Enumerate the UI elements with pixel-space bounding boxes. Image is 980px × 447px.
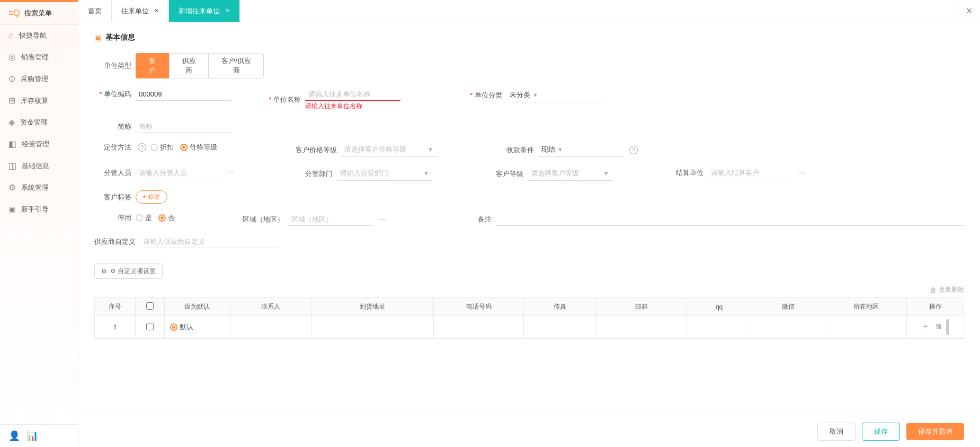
remarks-cell: 备注 — [455, 213, 964, 226]
section-title: ▣ 基本信息 — [94, 33, 964, 42]
pricing-discount-label: 折扣 — [160, 143, 174, 152]
row-fax-input[interactable] — [529, 323, 592, 331]
chart-icon[interactable]: 📊 — [26, 430, 38, 442]
department-select[interactable]: 请输入分管部门 ▼ — [337, 166, 432, 181]
pricing-level-radio[interactable]: 价格等级 — [180, 143, 217, 152]
col-qq: qq — [687, 298, 752, 316]
settlement-unit-input[interactable] — [708, 166, 792, 179]
row-qq[interactable] — [687, 316, 752, 339]
operations-icon: ◧ — [8, 139, 16, 149]
payment-terms-select[interactable]: 现结 ▼ — [538, 143, 623, 157]
customer-price-placeholder: 请选择客户价格等级 — [344, 145, 425, 154]
sidebar-item-label: 采购管理 — [21, 74, 48, 84]
row-wechat-input[interactable] — [758, 323, 820, 331]
save-button[interactable]: 保存 — [862, 423, 900, 441]
row-fax[interactable] — [523, 316, 597, 339]
pricing-method-cell: 定价方法 ? 折扣 价格等级 — [94, 143, 296, 152]
supplier-custom-label: 供应商自定义 — [94, 237, 136, 247]
payment-terms-help-icon[interactable]: ? — [629, 146, 638, 154]
tab-contacts[interactable]: 往来单位 ✕ — [112, 0, 169, 22]
pricing-help-icon[interactable]: ? — [138, 143, 146, 152]
row-checkbox-cell — [135, 316, 164, 339]
sidebar-item-sales[interactable]: ◎ 销售管理 — [0, 46, 78, 68]
sidebar-item-purchase[interactable]: ⊙ 采购管理 — [0, 68, 78, 90]
tab-new-contact[interactable]: 新增往来单位 ✕ — [169, 0, 240, 22]
system-icon: ⚙ — [8, 182, 16, 192]
pricing-radio-group: 折扣 价格等级 — [150, 143, 217, 152]
row-contact-input[interactable] — [236, 323, 306, 331]
tab-contacts-close[interactable]: ✕ — [154, 7, 159, 14]
row-checkbox[interactable] — [146, 323, 154, 330]
sidebar-item-finance[interactable]: ◈ 资金管理 — [0, 111, 78, 133]
col-region: 所在地区 — [825, 298, 907, 316]
tab-new-contact-close[interactable]: ✕ — [225, 7, 230, 14]
manager-input[interactable] — [136, 166, 220, 179]
row-delete-button[interactable]: 🗑 — [935, 322, 942, 330]
tab-home[interactable]: 首页 — [78, 0, 112, 22]
row-phone[interactable] — [434, 316, 523, 339]
short-name-row: 简称 — [94, 120, 964, 133]
tab-bar: 首页 往来单位 ✕ 新增往来单位 ✕ ✕ — [78, 0, 980, 22]
unit-code-label: 单位编码 — [94, 90, 131, 99]
sidebar-item-inventory[interactable]: ⊞ 库存核算 — [0, 90, 78, 111]
home-icon: ⌂ — [8, 31, 14, 40]
unit-code-input[interactable] — [136, 88, 231, 101]
customer-level-select[interactable]: 请选择客户等级 ▼ — [528, 166, 612, 181]
row-region[interactable] — [825, 316, 907, 339]
row-address[interactable] — [311, 316, 434, 339]
unit-category-select[interactable]: 未分类 ▼ — [506, 88, 602, 102]
disabled-cell: 停用 是 否 — [94, 213, 243, 223]
row-add-button[interactable]: ＋ — [921, 321, 930, 330]
col-phone: 电话号码 — [434, 298, 523, 316]
customer-level-cell: 客户等级 请选择客户等级 ▼ — [486, 166, 666, 181]
row-address-input[interactable] — [317, 323, 428, 331]
batch-delete-button[interactable]: 🗑 批量删除 — [930, 285, 964, 294]
window-close-button[interactable]: ✕ — [958, 0, 980, 22]
batch-delete-row: 🗑 批量删除 — [94, 285, 964, 294]
add-tag-button[interactable]: + 标签 — [136, 190, 167, 204]
sidebar-item-operations[interactable]: ◧ 经营管理 — [0, 133, 78, 155]
remarks-input[interactable] — [496, 213, 964, 226]
sidebar-search[interactable]: ≡Q 搜索菜单 — [0, 2, 78, 25]
user-icon[interactable]: 👤 — [8, 430, 20, 442]
main-area: 首页 往来单位 ✕ 新增往来单位 ✕ ✕ ▣ 基本信息 单位类型 客户 供应商 — [78, 0, 980, 447]
unit-name-input[interactable] — [305, 88, 400, 101]
cancel-button[interactable]: 取消 — [817, 423, 856, 441]
disabled-no-radio[interactable]: 否 — [158, 213, 175, 223]
settlement-unit-cell: 结算单位 ··· — [666, 166, 964, 179]
unit-type-supplier-btn[interactable]: 供应商 — [169, 53, 209, 78]
row-wechat[interactable] — [752, 316, 825, 339]
sidebar-bottom: 👤 📊 — [0, 424, 78, 447]
save-new-button[interactable]: 保存并新增 — [906, 423, 964, 440]
row-qq-input[interactable] — [692, 323, 746, 331]
unit-type-customer-btn[interactable]: 客户 — [136, 53, 169, 78]
region-more-btn[interactable]: ··· — [377, 215, 388, 224]
disabled-yes-radio[interactable]: 是 — [136, 213, 152, 223]
settlement-more-btn[interactable]: ··· — [797, 168, 808, 178]
row-default-label: 默认 — [180, 322, 193, 332]
sidebar-item-guide[interactable]: ◉ 新手引导 — [0, 198, 78, 220]
short-name-input[interactable] — [136, 120, 231, 133]
table-row: 1 默认 — [95, 316, 964, 339]
row-phone-input[interactable] — [439, 323, 518, 331]
row-region-input[interactable] — [831, 323, 901, 331]
manager-more-btn[interactable]: ··· — [225, 168, 236, 178]
unit-name-wrapper: 请输入往来单位名称 — [305, 88, 465, 111]
row-drag-handle[interactable] — [946, 319, 949, 335]
pricing-discount-radio[interactable]: 折扣 — [150, 143, 174, 152]
sidebar-item-quick-nav[interactable]: ⌂ 快捷导航 — [0, 25, 78, 46]
customer-price-select[interactable]: 请选择客户价格等级 ▼ — [341, 143, 436, 157]
unit-type-both-btn[interactable]: 客户/供应商 — [209, 53, 264, 78]
custom-settings-button[interactable]: ⚙ ⚙ 自定义项设置 — [94, 264, 163, 279]
row-email[interactable] — [597, 316, 687, 339]
sidebar-item-system[interactable]: ⚙ 系统管理 — [0, 177, 78, 198]
search-label: 搜索菜单 — [24, 8, 52, 18]
customer-price-cell: 客户价格等级 请选择客户价格等级 ▼ — [296, 143, 497, 157]
region-input[interactable] — [288, 213, 373, 226]
row-default-radio[interactable]: 默认 — [170, 322, 224, 332]
select-all-checkbox[interactable] — [146, 302, 154, 310]
supplier-custom-input[interactable] — [140, 235, 278, 248]
row-email-input[interactable] — [602, 323, 681, 331]
sidebar-item-basic[interactable]: ◫ 基础信息 — [0, 155, 78, 177]
row-contact[interactable] — [230, 316, 311, 339]
